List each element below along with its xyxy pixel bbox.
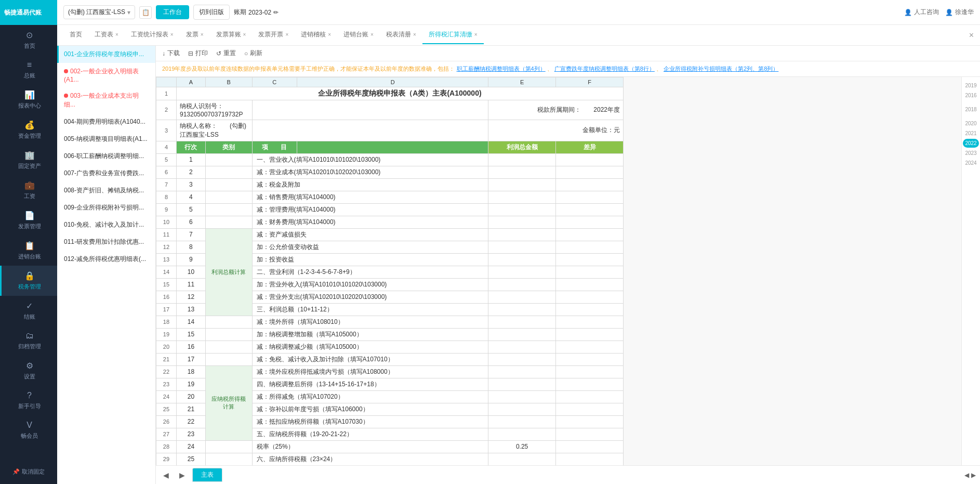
data-cell[interactable] [556, 415, 624, 428]
tab-purchase-check[interactable]: 进销稽核 × [295, 26, 337, 44]
sidebar-item-ledger[interactable]: ≡ 总账 [0, 55, 57, 85]
data-cell[interactable] [556, 316, 624, 328]
tab-salary[interactable]: 工资表 × [88, 26, 125, 44]
data-cell[interactable] [488, 341, 556, 353]
data-cell[interactable] [488, 178, 556, 191]
scroll-left-icon[interactable]: ◀ [964, 472, 969, 479]
tab-purchase-ledger-close[interactable]: × [370, 32, 374, 37]
data-cell[interactable] [556, 291, 624, 303]
data-cell[interactable] [488, 166, 556, 178]
data-cell[interactable] [556, 378, 624, 390]
tab-income-tax[interactable]: 所得税汇算清缴 × [422, 26, 484, 44]
data-cell[interactable] [488, 153, 556, 166]
data-cell[interactable]: 15 [176, 328, 205, 341]
data-cell[interactable] [556, 440, 624, 453]
data-cell[interactable] [556, 191, 624, 203]
notice-link-3[interactable]: 企业所得税附补亏损明细表（第2列、第8列） [664, 66, 778, 72]
left-panel-item-006[interactable]: 006-职工薪酬纳税调整明细... [57, 148, 155, 165]
data-cell[interactable]: 7 [176, 228, 205, 241]
tab-income-tax-close[interactable]: × [474, 32, 478, 37]
data-cell[interactable] [488, 328, 556, 341]
data-cell[interactable] [488, 378, 556, 390]
left-panel-item-011[interactable]: 011-研发费用加计扣除优惠... [57, 233, 155, 251]
doc-icon[interactable]: 📋 [139, 6, 152, 19]
data-cell[interactable]: 20 [176, 390, 205, 403]
data-cell[interactable]: 2 [176, 166, 205, 178]
data-cell[interactable] [556, 228, 624, 241]
tab-tax-list[interactable]: 税表清册 × [380, 26, 422, 44]
left-panel-item-004[interactable]: 004-期间费用明细表(A1040... [57, 113, 155, 130]
period-edit-icon[interactable]: ✏ [273, 9, 279, 16]
tab-salary-report[interactable]: 工资统计报表 × [125, 26, 180, 44]
tab-invoice-close[interactable]: × [201, 32, 204, 37]
data-cell[interactable]: 5 [176, 203, 205, 216]
data-cell[interactable] [488, 253, 556, 266]
data-cell[interactable]: 19 [176, 378, 205, 390]
left-panel-item-008[interactable]: 008-资产折旧、摊销及纳税... [57, 182, 155, 199]
data-cell[interactable]: 11 [176, 278, 205, 291]
data-cell[interactable]: 16 [176, 341, 205, 353]
timeline-2021[interactable]: 2021 [963, 129, 978, 138]
left-panel-item-007[interactable]: 007-广告费和业务宣传费跌... [57, 165, 155, 182]
data-cell[interactable] [556, 203, 624, 216]
notice-link-1[interactable]: 职工薪酬纳税调整明细表（第4列） [457, 66, 546, 72]
data-cell[interactable] [488, 428, 556, 440]
data-cell[interactable] [488, 203, 556, 216]
data-cell[interactable]: 18 [176, 365, 205, 378]
left-panel-item-012[interactable]: 012-减免所得税优惠明细表(... [57, 251, 155, 268]
data-cell[interactable] [488, 241, 556, 253]
tab-invoice-open-close[interactable]: × [285, 32, 288, 37]
sidebar-item-report[interactable]: 📊 报表中心 [0, 85, 57, 115]
close-all-tabs-button[interactable]: × [969, 31, 974, 40]
data-cell[interactable] [488, 191, 556, 203]
sidebar-item-archive[interactable]: 🗂 归档管理 [0, 326, 57, 356]
data-cell[interactable]: 9 [176, 253, 205, 266]
data-cell[interactable]: 4 [176, 191, 205, 203]
left-panel-item-001[interactable]: 001-企业所得税年度纳税申... [57, 46, 155, 63]
timeline-2023[interactable]: 2023 [963, 149, 978, 158]
print-button[interactable]: ⊟ 打印 [188, 49, 208, 58]
data-cell[interactable] [488, 278, 556, 291]
left-panel-item-010[interactable]: 010-免税、减计收入及加计... [57, 216, 155, 233]
nav-right-icon[interactable]: ▶ [176, 470, 188, 480]
sidebar-item-settings[interactable]: ⚙ 设置 [0, 356, 57, 386]
tab-home[interactable]: 首页 [63, 26, 88, 44]
data-cell[interactable] [556, 453, 624, 465]
notice-link-2[interactable]: 广宣费跌年度纳税调整明细表（第8行） [554, 66, 655, 72]
data-cell[interactable] [556, 178, 624, 191]
data-cell[interactable] [488, 415, 556, 428]
reset-button[interactable]: ↺ 重置 [216, 49, 236, 58]
data-cell[interactable] [556, 153, 624, 166]
data-cell[interactable] [556, 303, 624, 316]
data-cell[interactable]: 14 [176, 316, 205, 328]
data-cell[interactable] [556, 253, 624, 266]
tab-tax-list-close[interactable]: × [413, 32, 416, 37]
tab-purchase-ledger[interactable]: 进销台账 × [337, 26, 380, 44]
timeline-2020[interactable]: 2020 [963, 119, 978, 128]
data-cell[interactable] [556, 365, 624, 378]
workbench-button[interactable]: 工作台 [156, 5, 189, 19]
user-info[interactable]: 👤 徐逢华 [945, 8, 974, 17]
data-cell[interactable] [488, 266, 556, 278]
nav-left-icon[interactable]: ◀ [160, 470, 172, 480]
data-cell[interactable]: 3 [176, 178, 205, 191]
left-panel-item-003[interactable]: 003-一般企业成本支出明细... [57, 87, 155, 113]
timeline-2024[interactable]: 2024 [963, 159, 978, 167]
data-cell[interactable] [488, 291, 556, 303]
sidebar-item-member[interactable]: V 畅会员 [0, 415, 57, 445]
timeline-2019[interactable]: 2019 [963, 81, 978, 90]
sidebar-item-tax[interactable]: 🔒 税务管理 [0, 266, 57, 296]
data-cell[interactable] [556, 390, 624, 403]
data-cell[interactable] [488, 390, 556, 403]
data-cell[interactable] [556, 428, 624, 440]
sidebar-item-funds[interactable]: 💰 资金管理 [0, 115, 57, 145]
data-cell[interactable]: 6 [176, 216, 205, 228]
data-cell[interactable]: 21 [176, 403, 205, 415]
data-cell[interactable]: 13 [176, 303, 205, 316]
data-cell[interactable] [488, 303, 556, 316]
scroll-right-icon[interactable]: ▶ [971, 472, 976, 479]
data-cell[interactable] [488, 453, 556, 465]
tab-invoice[interactable]: 发票 × [180, 26, 210, 44]
left-panel-item-002[interactable]: 002-一般企业收入明细表(A1... [57, 63, 155, 87]
sidebar-item-guide[interactable]: ? 新手引导 [0, 386, 57, 415]
